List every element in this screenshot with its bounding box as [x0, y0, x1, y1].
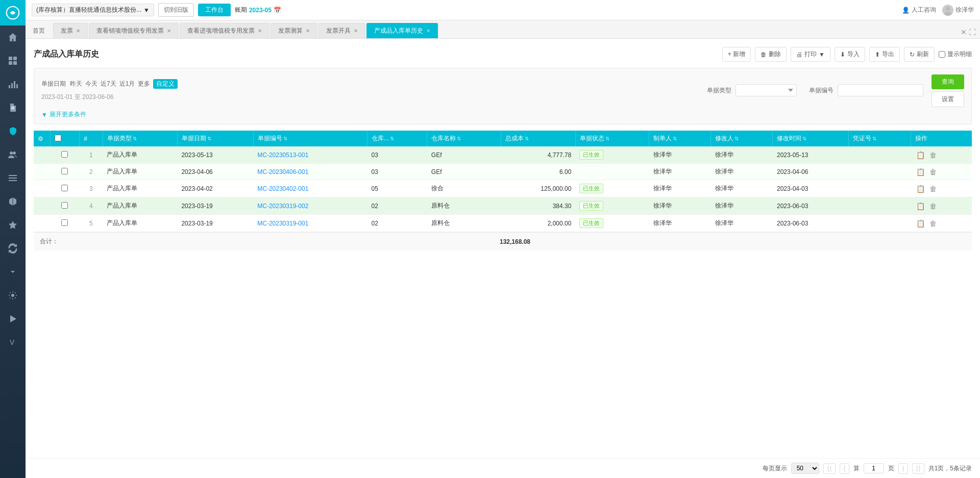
- sidebar-item-grid[interactable]: [0, 49, 26, 72]
- row-delete-button[interactable]: 🗑: [928, 202, 938, 210]
- th-total-cost[interactable]: 总成本⇅: [501, 131, 575, 146]
- tab-product-history-close[interactable]: ✕: [426, 28, 430, 34]
- row-code-link[interactable]: MC-20230319-001: [257, 220, 308, 227]
- row-checkbox[interactable]: [61, 151, 68, 158]
- date-1month[interactable]: 近1月: [119, 80, 135, 88]
- row-delete-button[interactable]: 🗑: [928, 185, 938, 193]
- row-checkbox-cell[interactable]: [50, 146, 80, 164]
- tab-invoice-calc-close[interactable]: ✕: [306, 28, 310, 34]
- row-checkbox-cell[interactable]: [50, 197, 80, 215]
- sidebar-item-v[interactable]: V: [0, 331, 26, 354]
- sidebar-item-gear[interactable]: [0, 284, 26, 307]
- search-button[interactable]: 查询: [932, 74, 964, 89]
- prev-page-button[interactable]: ⟨: [840, 463, 849, 474]
- sidebar-item-refresh[interactable]: [0, 237, 26, 260]
- refresh-button[interactable]: ↻ 刷新: [904, 47, 935, 62]
- row-edit-button[interactable]: 📋: [915, 202, 926, 210]
- date-today[interactable]: 今天: [85, 80, 97, 88]
- row-code[interactable]: MC-20230513-001: [253, 146, 367, 164]
- row-code-link[interactable]: MC-20230402-001: [257, 185, 308, 192]
- row-checkbox-cell[interactable]: [50, 180, 80, 197]
- th-code[interactable]: 单据编号⇅: [253, 131, 367, 146]
- first-page-button[interactable]: ⟨⟨: [823, 463, 836, 474]
- sidebar-item-box[interactable]: [0, 190, 26, 213]
- last-page-button[interactable]: ⟩⟩: [912, 463, 924, 474]
- row-code-link[interactable]: MC-20230406-001: [257, 168, 308, 175]
- row-code[interactable]: MC-20230402-001: [253, 180, 367, 197]
- expand-filter-button[interactable]: ▼ 展开更多条件: [41, 110, 964, 119]
- user-info[interactable]: 徐泽华: [942, 5, 974, 16]
- th-warehouse-code[interactable]: 仓库...⇅: [368, 131, 427, 146]
- row-checkbox[interactable]: [61, 219, 68, 226]
- import-button[interactable]: ⬇ 导入: [835, 47, 865, 62]
- tab-invoice[interactable]: 发票 ✕: [53, 23, 88, 38]
- sidebar-item-people[interactable]: [0, 143, 26, 166]
- page-input[interactable]: [864, 463, 884, 473]
- tab-invoice-calc[interactable]: 发票测算 ✕: [271, 23, 317, 38]
- sidebar-item-shield[interactable]: [0, 119, 26, 143]
- show-detail-checkbox[interactable]: [939, 51, 945, 58]
- type-filter-select[interactable]: [736, 84, 797, 96]
- th-creator[interactable]: 制单人⇅: [649, 131, 711, 146]
- tab-home[interactable]: 首页: [26, 23, 52, 38]
- date-custom[interactable]: 自定义: [153, 79, 178, 89]
- date-yesterday[interactable]: 昨天: [70, 80, 82, 88]
- row-checkbox-cell[interactable]: [50, 164, 80, 180]
- th-checkbox[interactable]: [50, 131, 80, 146]
- row-edit-button[interactable]: 📋: [915, 185, 926, 193]
- tab-sales-vat[interactable]: 查看销项增值税专用发票 ✕: [89, 23, 179, 38]
- row-edit-button[interactable]: 📋: [915, 168, 926, 176]
- row-delete-button[interactable]: 🗑: [928, 151, 938, 159]
- row-delete-button[interactable]: 🗑: [928, 168, 938, 176]
- next-page-button[interactable]: ⟩: [898, 463, 908, 474]
- delete-button[interactable]: 🗑 删除: [755, 47, 787, 62]
- th-settings[interactable]: ⚙: [34, 131, 50, 146]
- th-status[interactable]: 单据状态⇅: [575, 131, 649, 146]
- sidebar-item-download[interactable]: [0, 260, 26, 284]
- sidebar-item-play[interactable]: [0, 307, 26, 331]
- row-delete-button[interactable]: 🗑: [928, 219, 938, 228]
- th-voucher[interactable]: 凭证号⇅: [849, 131, 911, 146]
- tab-purchase-vat[interactable]: 查看进项增值税专用发票 ✕: [180, 23, 270, 38]
- page-size-select[interactable]: 50 20 100: [791, 463, 819, 474]
- select-all-checkbox[interactable]: [55, 135, 61, 141]
- close-window-button[interactable]: ✕: [961, 28, 967, 36]
- help-link[interactable]: 👤 人工咨询: [902, 6, 936, 14]
- row-code[interactable]: MC-20230319-001: [253, 215, 367, 232]
- new-button[interactable]: + 新增: [722, 47, 751, 62]
- row-edit-button[interactable]: 📋: [915, 151, 926, 159]
- calendar-icon[interactable]: 📅: [274, 7, 281, 14]
- sidebar-item-doc[interactable]: [0, 96, 26, 119]
- tab-invoice-open-close[interactable]: ✕: [354, 28, 358, 34]
- print-button[interactable]: 🖨 打印 ▼: [791, 47, 830, 62]
- show-detail-checkbox-label[interactable]: 显示明细: [939, 50, 972, 59]
- row-checkbox[interactable]: [61, 185, 68, 191]
- row-edit-button[interactable]: 📋: [915, 219, 926, 228]
- sidebar-item-star[interactable]: [0, 213, 26, 237]
- th-warehouse-name[interactable]: 仓库名称⇅: [427, 131, 501, 146]
- th-date[interactable]: 单据日期⇅: [177, 131, 253, 146]
- tab-product-history[interactable]: 产成品入库单历史 ✕: [366, 23, 438, 38]
- filter-setting-button[interactable]: 设置: [932, 91, 964, 107]
- company-selector[interactable]: (库存核算）直播轻统通信息技术股份... ▼: [32, 4, 154, 16]
- row-code[interactable]: MC-20230406-001: [253, 164, 367, 180]
- date-7days[interactable]: 近7天: [101, 80, 116, 88]
- row-checkbox[interactable]: [61, 168, 68, 174]
- row-code-link[interactable]: MC-20230319-002: [257, 203, 308, 210]
- tab-invoice-close[interactable]: ✕: [76, 28, 80, 34]
- date-more[interactable]: 更多: [138, 80, 150, 88]
- sidebar-item-home[interactable]: [0, 26, 26, 49]
- th-modifier[interactable]: 修改人⇅: [711, 131, 773, 146]
- tab-invoice-open[interactable]: 发票开具 ✕: [318, 23, 365, 38]
- row-code-link[interactable]: MC-20230513-001: [257, 152, 308, 159]
- row-checkbox-cell[interactable]: [50, 215, 80, 232]
- workbench-button[interactable]: 工作台: [198, 4, 231, 16]
- th-type[interactable]: 单据类型⇅: [103, 131, 177, 146]
- export-button[interactable]: ⬆ 导出: [869, 47, 900, 62]
- sidebar-item-list[interactable]: [0, 166, 26, 190]
- sidebar-item-chart[interactable]: [0, 72, 26, 96]
- tab-sales-vat-close[interactable]: ✕: [167, 28, 171, 34]
- row-checkbox[interactable]: [61, 202, 68, 209]
- num-filter-input[interactable]: [838, 84, 923, 96]
- tab-purchase-vat-close[interactable]: ✕: [258, 28, 262, 34]
